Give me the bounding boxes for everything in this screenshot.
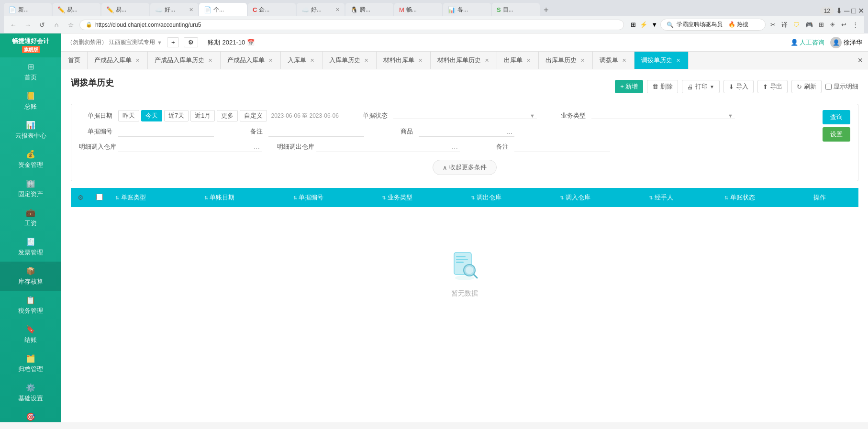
- address-bar[interactable]: 🔒 https://cloud.chanjet.com/accounting/u…: [79, 20, 624, 30]
- menu-icon[interactable]: ⋮: [850, 20, 860, 29]
- browser-tab-11[interactable]: S 目...: [492, 3, 540, 16]
- filter-settings-button[interactable]: 设置: [823, 127, 850, 142]
- undo-icon[interactable]: ↩: [839, 20, 848, 29]
- detail-in-dots[interactable]: ...: [252, 143, 262, 151]
- th-date[interactable]: ⇅ 单账日期: [199, 188, 288, 207]
- in-hist-close[interactable]: ✕: [363, 57, 369, 64]
- transfer-close[interactable]: ✕: [621, 57, 627, 64]
- mat-out-hist-close[interactable]: ✕: [484, 57, 490, 64]
- sidebar-item-inventory[interactable]: 📦 库存核算: [0, 262, 61, 291]
- company-selector[interactable]: （勿删勿禁用） 江西服宝测试专用 ▼: [67, 38, 162, 46]
- custom-btn[interactable]: 自定义: [240, 110, 267, 121]
- browser-tab-8[interactable]: 🐧 腾...: [345, 3, 393, 16]
- display-detail-label[interactable]: 显示明细: [825, 82, 858, 91]
- th-biz-type[interactable]: ⇅ 业务类型: [376, 188, 465, 207]
- th-type[interactable]: ⇅ 单账类型: [110, 188, 199, 207]
- business-select[interactable]: ▼: [591, 113, 735, 119]
- today-btn[interactable]: 今天: [141, 110, 162, 121]
- page-tab-transfer[interactable]: 调拨单 ✕: [593, 52, 634, 69]
- sidebar-item-tax[interactable]: 📋 税务管理: [0, 291, 61, 320]
- page-tab-prod-in-hist[interactable]: 产成品入库单历史 ✕: [148, 52, 221, 69]
- detail-out-wrapper[interactable]: ...: [316, 142, 460, 152]
- sidebar-item-reports[interactable]: 📊 云报表中心: [0, 116, 61, 145]
- bookmark-button[interactable]: ☆: [65, 19, 77, 31]
- goods-dots-btn[interactable]: ...: [504, 127, 514, 136]
- tab4-close[interactable]: ✕: [189, 7, 193, 13]
- theme-icon[interactable]: ☀: [828, 20, 837, 29]
- page-tab-in-order[interactable]: 入库单 ✕: [281, 52, 323, 69]
- out-hist-close[interactable]: ✕: [579, 57, 586, 64]
- browser-search-bar[interactable]: 🔍 学霸应聘场驱鸟员 🔥 热搜: [660, 19, 766, 31]
- page-tab-mat-out-hist[interactable]: 材料出库单历史 ✕: [431, 52, 497, 69]
- page-tab-home[interactable]: 首页: [61, 52, 88, 69]
- grid-icon[interactable]: ⊞: [817, 20, 826, 29]
- browser-tab-3[interactable]: ✏️ 易...: [101, 3, 149, 16]
- number-input[interactable]: [118, 126, 214, 137]
- collapse-button[interactable]: ∧ 收起更多条件: [433, 160, 497, 175]
- page-tab-in-hist[interactable]: 入库单历史 ✕: [323, 52, 377, 69]
- th-handler[interactable]: ⇅ 经手人: [643, 188, 719, 207]
- settings-gear-button[interactable]: ⚙: [184, 37, 198, 47]
- browser-tab-7[interactable]: ☁️ 好... ✕: [297, 3, 345, 16]
- week-btn[interactable]: 近7天: [164, 110, 189, 121]
- refresh-button[interactable]: ↺: [36, 19, 48, 31]
- out-order-close[interactable]: ✕: [525, 57, 532, 64]
- sidebar-item-salary[interactable]: 💼 工资: [0, 203, 61, 232]
- cut-icon[interactable]: ✂: [768, 20, 778, 29]
- page-tab-prod-in2[interactable]: 产成品入库单 ✕: [221, 52, 281, 69]
- sidebar-item-home[interactable]: ⊞ 首页: [0, 57, 61, 87]
- yesterday-btn[interactable]: 昨天: [118, 110, 139, 121]
- prod-in-close[interactable]: ✕: [134, 57, 141, 64]
- sidebar-item-archive[interactable]: 🗂️ 归档管理: [0, 349, 61, 378]
- transfer-hist-close[interactable]: ✕: [675, 57, 681, 64]
- page-tab-out-order[interactable]: 出库单 ✕: [497, 52, 539, 69]
- new-button[interactable]: + 新增: [615, 80, 643, 93]
- forward-button[interactable]: →: [22, 19, 33, 31]
- sidebar-item-invoice[interactable]: 🧾 发票管理: [0, 232, 61, 262]
- tab-bar-close-all[interactable]: ✕: [853, 56, 868, 64]
- service-link[interactable]: 👤 人工咨询: [790, 38, 824, 47]
- prod-in2-close[interactable]: ✕: [267, 57, 274, 64]
- page-tab-mat-out[interactable]: 材料出库单 ✕: [377, 52, 431, 69]
- new-tab-button[interactable]: +: [541, 5, 552, 15]
- calendar-icon[interactable]: 📅: [247, 39, 255, 46]
- query-button[interactable]: 查询: [823, 110, 850, 124]
- sidebar-item-assets[interactable]: 🏢 固定资产: [0, 174, 61, 203]
- print-button[interactable]: 🖨 🖨 打印 打印 ▼: [682, 80, 720, 93]
- add-company-button[interactable]: +: [167, 37, 179, 47]
- delete-button[interactable]: 🗑 删除: [647, 80, 678, 93]
- browser-tab-1[interactable]: 📄 新...: [4, 3, 52, 16]
- shield-icon[interactable]: 🛡: [791, 20, 801, 29]
- browser-tab-9[interactable]: M 畅...: [394, 3, 442, 16]
- export-button[interactable]: ⬆ 导出: [757, 80, 788, 93]
- in-order-close[interactable]: ✕: [309, 57, 315, 64]
- gamepad-icon[interactable]: 🎮: [803, 20, 815, 29]
- sidebar-item-closing[interactable]: 🔖 结账: [0, 320, 61, 349]
- maximize-icon[interactable]: □: [851, 7, 856, 15]
- page-tab-out-hist[interactable]: 出库单历史 ✕: [539, 52, 593, 69]
- prod-in-hist-close[interactable]: ✕: [207, 57, 213, 64]
- translate-icon[interactable]: 译: [779, 20, 790, 30]
- browser-tab-6[interactable]: C 企...: [248, 3, 296, 16]
- th-status[interactable]: ⇅ 单账状态: [719, 188, 808, 207]
- th-out-wh[interactable]: ⇅ 调出仓库: [465, 188, 554, 207]
- minimize-icon[interactable]: ─: [844, 7, 849, 15]
- th-number[interactable]: ⇅ 单据编号: [288, 188, 377, 207]
- page-tab-transfer-hist[interactable]: 调拨单历史 ✕: [634, 52, 689, 69]
- detail-in-wrapper[interactable]: ...: [118, 142, 262, 152]
- browser-tab-4[interactable]: ☁️ 好... ✕: [150, 3, 198, 16]
- remark2-input[interactable]: [514, 142, 610, 152]
- back-button[interactable]: ←: [8, 19, 19, 31]
- browser-tab-5[interactable]: 📄 个...: [199, 3, 247, 16]
- th-in-wh[interactable]: ⇅ 调入仓库: [554, 188, 643, 207]
- goods-select-wrapper[interactable]: ...: [419, 126, 514, 137]
- browser-tab-10[interactable]: 📊 各...: [443, 3, 491, 16]
- sidebar-item-ledger[interactable]: 📒 总账: [0, 87, 61, 116]
- refresh-button-page[interactable]: ↻ 刷新: [791, 80, 822, 93]
- th-gear[interactable]: ⚙: [71, 188, 90, 207]
- detail-out-input[interactable]: [316, 142, 450, 152]
- extension-icon-1[interactable]: ⊞: [631, 21, 636, 28]
- month-btn[interactable]: 近1月: [190, 110, 215, 121]
- detail-out-dots[interactable]: ...: [450, 143, 460, 151]
- extension-icon-2[interactable]: ⚡: [640, 21, 647, 28]
